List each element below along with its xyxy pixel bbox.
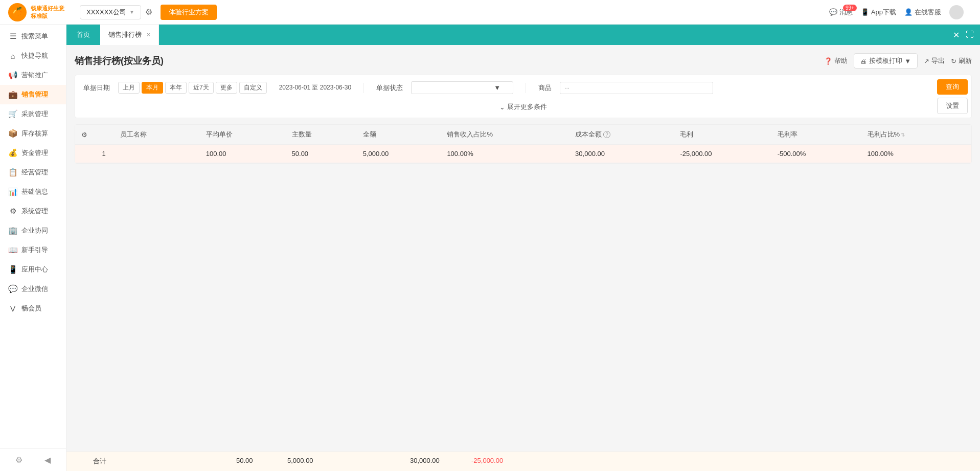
guide-icon: 📖: [8, 245, 17, 255]
footer-main-qty: 50.00: [236, 457, 287, 466]
finance-label: 资金管理: [21, 148, 48, 158]
gross-profit-cell: -25,000.00: [674, 145, 771, 163]
filter-divider2: [526, 83, 526, 93]
sidebar-collapse-btn[interactable]: ◀: [42, 453, 53, 467]
message-icon: 💬: [829, 8, 837, 16]
guide-label: 新手引导: [21, 245, 48, 255]
company-name: XXXXXX公司: [86, 8, 126, 17]
footer-total-amount: 5,000.00: [287, 457, 349, 466]
sidebar-settings-btn[interactable]: ⚙: [13, 453, 25, 467]
sidebar-item-purchase[interactable]: 🛒 采购管理: [0, 104, 66, 124]
inventory-label: 库存核算: [21, 129, 48, 138]
sales-label: 销售管理: [21, 90, 48, 99]
employee-cell: [114, 145, 200, 163]
sidebar-item-app-center[interactable]: 📱 应用中心: [0, 260, 66, 279]
rank-cell: 1: [94, 145, 114, 163]
expand-filter-btn[interactable]: ⌄ 展开更多条件: [499, 102, 547, 111]
cost-info-icon[interactable]: ?: [603, 131, 610, 138]
purchase-icon: 🛒: [8, 109, 17, 119]
col-sales-pct: 销售收入占比%: [441, 125, 569, 145]
logo-text: 畅康通好生意 标准版: [31, 5, 64, 19]
gross-pct-cell: 100.00%: [861, 145, 971, 163]
help-btn[interactable]: ❓ 帮助: [824, 56, 848, 65]
footer-cost-amount: 30,000.00: [410, 457, 471, 466]
filter-divider: [363, 83, 364, 93]
sidebar-item-enterprise[interactable]: 🏢 企业协同: [0, 221, 66, 240]
tab-bar-close-icon[interactable]: ✕: [953, 30, 960, 40]
col-rank: [94, 125, 114, 145]
col-gross-pct: 毛利占比%⇅: [861, 125, 971, 145]
print-chevron-icon: ▼: [904, 57, 911, 65]
table-footer: 合计 50.00 5,000.00 30,000.00 -25,000.00: [66, 451, 980, 471]
service-icon: 👤: [904, 8, 913, 16]
query-button[interactable]: 查询: [937, 79, 968, 95]
sidebar-item-system[interactable]: ⚙ 系统管理: [0, 201, 66, 221]
wechat-label: 企业微信: [21, 284, 48, 294]
enterprise-icon: 🏢: [8, 226, 17, 235]
trial-button[interactable]: 体验行业方案: [161, 5, 217, 20]
tab-sales-ranking[interactable]: 销售排行榜 ×: [100, 25, 159, 45]
app-download-btn[interactable]: 📱 App下载: [861, 8, 896, 17]
topbar-settings-icon[interactable]: ⚙: [141, 5, 156, 19]
status-label: 单据状态: [376, 83, 403, 93]
sidebar-item-search-menu[interactable]: ☰ 搜索菜单: [0, 27, 66, 46]
message-badge: 99+: [843, 5, 857, 11]
date-btn-current-year[interactable]: 本年: [165, 82, 187, 94]
sidebar-item-membership[interactable]: V 畅会员: [0, 299, 66, 318]
print-icon: 🖨: [860, 57, 867, 65]
date-btn-current-month[interactable]: 本月: [142, 82, 163, 94]
avatar[interactable]: [949, 5, 964, 19]
marketing-label: 营销推广: [21, 71, 48, 80]
date-range-display: 2023-06-01 至 2023-06-30: [279, 83, 351, 92]
export-btn[interactable]: ↗ 导出: [924, 56, 945, 65]
sidebar-item-quick-nav[interactable]: ⌂ 快捷导航: [0, 46, 66, 65]
sidebar-item-inventory[interactable]: 📦 库存核算: [0, 124, 66, 143]
tab-bar-expand-icon[interactable]: ⛶: [966, 30, 974, 39]
date-btn-last-month[interactable]: 上月: [118, 82, 140, 94]
sidebar-item-basic-info[interactable]: 📊 基础信息: [0, 182, 66, 201]
finance-icon: 💰: [8, 148, 17, 158]
settings-button[interactable]: 设置: [937, 98, 968, 114]
gross-pct-sort-icon[interactable]: ⇅: [901, 132, 905, 138]
sidebar-item-guide[interactable]: 📖 新手引导: [0, 240, 66, 260]
refresh-btn[interactable]: ↻ 刷新: [951, 56, 972, 65]
footer-empty1: [73, 457, 93, 466]
filter-card: 单据日期 上月 本月 本年 近7天 更多 自定义 2023-06-01 至 20…: [75, 75, 972, 118]
date-btn-more[interactable]: 更多: [216, 82, 237, 94]
table-card: ⚙ 员工名称 平均单价 主数量 全额 销售收入占比% 成本全额? 毛利: [75, 124, 972, 164]
basic-info-label: 基础信息: [21, 187, 48, 196]
sidebar-item-operations[interactable]: 📋 经营管理: [0, 163, 66, 182]
main-qty-cell: 50.00: [286, 145, 357, 163]
wechat-icon: 💬: [8, 284, 17, 294]
sidebar-item-marketing[interactable]: 📢 营销推广: [0, 65, 66, 85]
tab-close-icon[interactable]: ×: [147, 31, 150, 38]
sidebar-item-wechat[interactable]: 💬 企业微信: [0, 279, 66, 299]
basic-info-icon: 📊: [8, 187, 17, 196]
goods-more-icon: ···: [564, 84, 569, 92]
quick-nav-icon: ⌂: [8, 52, 17, 60]
print-btn[interactable]: 🖨 按模板打印 ▼: [854, 53, 918, 69]
system-label: 系统管理: [21, 207, 48, 216]
message-btn[interactable]: 💬 消息 99+: [829, 8, 853, 17]
data-table: ⚙ 员工名称 平均单价 主数量 全额 销售收入占比% 成本全额? 毛利: [75, 125, 971, 163]
tab-home[interactable]: 首页: [66, 25, 100, 45]
sidebar-item-sales[interactable]: 💼 销售管理: [0, 85, 66, 104]
online-service-btn[interactable]: 👤 在线客服: [904, 8, 941, 17]
date-btn-7days[interactable]: 近7天: [189, 82, 214, 94]
page-actions: ❓ 帮助 🖨 按模板打印 ▼ ↗ 导出 ↻: [824, 53, 972, 69]
chevron-down-icon: ▼: [129, 9, 134, 15]
gross-rate-cell: -500.00%: [771, 145, 861, 163]
goods-select[interactable]: ···: [560, 82, 713, 94]
sidebar-item-finance[interactable]: 💰 资金管理: [0, 143, 66, 163]
operations-icon: 📋: [8, 168, 17, 177]
date-btn-custom[interactable]: 自定义: [239, 82, 267, 94]
col-settings[interactable]: ⚙: [75, 125, 94, 145]
expand-icon: ⌄: [499, 103, 505, 111]
company-selector[interactable]: XXXXXX公司 ▼: [80, 5, 141, 19]
status-select[interactable]: ▼: [411, 81, 513, 94]
status-select-chevron: ▼: [494, 84, 500, 92]
system-icon: ⚙: [8, 207, 17, 216]
total-amount-cell: 5,000.00: [357, 145, 441, 163]
refresh-icon: ↻: [951, 57, 956, 65]
quick-nav-label: 快捷导航: [21, 51, 48, 60]
